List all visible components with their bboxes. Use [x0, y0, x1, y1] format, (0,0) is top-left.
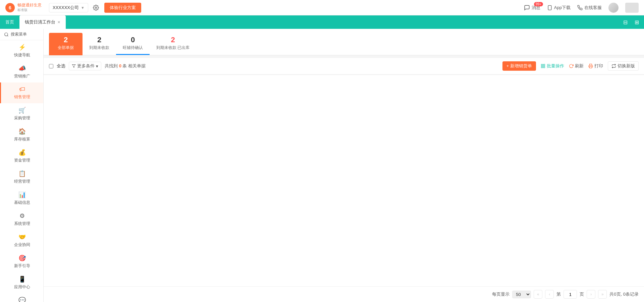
- di-label: 第: [556, 291, 561, 297]
- minimize-button[interactable]: ⊟: [621, 18, 629, 26]
- tab-home[interactable]: 首页: [0, 15, 19, 29]
- sidebar-item-label: 资金管理: [14, 158, 30, 163]
- online-service-button[interactable]: 在线客服: [577, 5, 602, 11]
- company-name: XXXXXX公司: [53, 5, 79, 11]
- avatar-image: [608, 3, 619, 13]
- svg-rect-8: [543, 67, 545, 68]
- sidebar-item-app-center[interactable]: 📱 应用中心: [0, 272, 43, 293]
- stat-overdue-label: 到期未收款: [89, 45, 109, 51]
- found-text: 共找到 0 条 相关单据: [105, 63, 146, 69]
- select-all-label: 全选: [57, 63, 65, 69]
- wechat-icon: 💬: [18, 297, 26, 302]
- total-info: 共0页, 0条记录: [609, 291, 639, 297]
- sidebar-item-label: 应用中心: [14, 284, 30, 290]
- select-all-checkbox[interactable]: [49, 64, 53, 68]
- sidebar-search[interactable]: 搜索菜单: [0, 29, 43, 40]
- maximize-button[interactable]: ⊞: [633, 18, 641, 26]
- tab-close-icon[interactable]: ✕: [57, 20, 60, 24]
- page-label: 页: [580, 291, 584, 297]
- sidebar-item-label: 库存核算: [14, 136, 30, 142]
- sidebar-item-sales[interactable]: 🏷 销售管理: [0, 82, 43, 103]
- stat-tab-overdue-shipped[interactable]: 2 到期未收款 已出库: [150, 33, 196, 55]
- sidebar-item-marketing[interactable]: 📣 营销推广: [0, 61, 43, 82]
- sidebar-item-label: 企业协同: [14, 242, 30, 248]
- filter-button[interactable]: 更多条件 ▾: [69, 62, 101, 70]
- settings-button[interactable]: [91, 3, 101, 13]
- chevron-down-icon: ▼: [81, 6, 85, 10]
- sidebar-item-enterprise[interactable]: 🤝 企业协同: [0, 230, 43, 251]
- avatar[interactable]: [608, 3, 619, 13]
- svg-rect-1: [548, 5, 551, 10]
- company-selector[interactable]: XXXXXX公司 ▼: [49, 3, 88, 12]
- content-area: 2 全部单据 2 到期未收款 0 旺辅待确认 2 到期未收款 已出库 全选: [44, 29, 644, 302]
- guide-icon: 🎯: [18, 254, 26, 262]
- svg-rect-7: [543, 64, 545, 66]
- sidebar-item-label: 经营管理: [14, 179, 30, 184]
- inventory-icon: 🏠: [18, 128, 26, 135]
- stat-tab-wangwang[interactable]: 0 旺辅待确认: [116, 33, 150, 55]
- last-page-button[interactable]: »: [598, 290, 607, 299]
- page-size-label: 每页显示: [492, 291, 509, 297]
- sidebar-item-label: 营销推广: [14, 73, 30, 79]
- stat-wangwang-count: 0: [123, 36, 143, 44]
- table-area: [44, 75, 644, 286]
- stat-wangwang-label: 旺辅待确认: [123, 45, 143, 51]
- sales-icon: 🏷: [19, 86, 25, 93]
- stat-tab-all[interactable]: 2 全部单据: [49, 33, 83, 55]
- tab-bar-actions: ⊟ ⊞: [621, 18, 644, 26]
- filter-label: 更多条件: [77, 63, 95, 69]
- message-button[interactable]: 消息 99+: [524, 5, 540, 11]
- print-button[interactable]: 打印: [588, 63, 603, 69]
- system-icon: ⚙: [19, 212, 25, 220]
- filter-chevron-icon: ▾: [96, 64, 98, 69]
- user-name-area[interactable]: [625, 3, 639, 13]
- message-badge: 99+: [534, 2, 543, 6]
- pagination: 每页显示 50 100 200 « ‹ 第 页 › » 共0页, 0条记录: [44, 286, 644, 302]
- sidebar-item-wechat[interactable]: 💬 企业微信: [0, 293, 43, 302]
- finance-icon: 💰: [18, 149, 26, 156]
- prev-page-button[interactable]: ‹: [545, 290, 554, 299]
- next-page-button[interactable]: ›: [587, 290, 595, 299]
- sidebar-item-guide[interactable]: 🎯 新手引导: [0, 251, 43, 272]
- app-name: 畅捷通好生意: [17, 3, 42, 8]
- app-download-button[interactable]: App下载: [547, 5, 571, 11]
- svg-marker-5: [72, 65, 75, 68]
- refresh-button[interactable]: 刷新: [569, 63, 584, 69]
- toolbar-right: + 新增销货单 批量操作 刷新: [502, 61, 639, 71]
- switch-version-button[interactable]: 切换新版: [608, 61, 639, 71]
- industry-button[interactable]: 体验行业方案: [104, 3, 141, 13]
- sidebar-item-quick-nav[interactable]: ⚡ 快捷导航: [0, 40, 43, 61]
- sidebar-item-basic-info[interactable]: 📊 基础信息: [0, 188, 43, 209]
- toolbar: 全选 更多条件 ▾ 共找到 0 条 相关单据 + 新增销货单: [44, 58, 644, 74]
- header-right: 消息 99+ App下载 在线客服: [524, 3, 639, 13]
- stat-tab-overdue[interactable]: 2 到期未收款: [83, 33, 116, 55]
- sidebar-item-operation[interactable]: 📋 经营管理: [0, 167, 43, 188]
- found-count: 0: [119, 63, 121, 68]
- operation-icon: 📋: [18, 170, 26, 177]
- switch-label: 切换新版: [618, 63, 635, 69]
- add-order-button[interactable]: + 新增销货单: [502, 61, 536, 71]
- sidebar-item-system[interactable]: ⚙ 系统管理: [0, 209, 43, 230]
- stat-overdue-shipped-count: 2: [156, 36, 190, 44]
- enterprise-icon: 🤝: [18, 233, 26, 241]
- stat-all-label: 全部单据: [56, 45, 76, 51]
- stat-overdue-shipped-label: 到期未收款 已出库: [156, 45, 190, 51]
- quick-nav-icon: ⚡: [18, 44, 26, 51]
- batch-operation-button[interactable]: 批量操作: [541, 63, 564, 69]
- sidebar-item-purchase[interactable]: 🛒 采购管理: [0, 103, 43, 124]
- main-layout: 搜索菜单 ⚡ 快捷导航 📣 营销推广 🏷 销售管理 🛒 采购管理 🏠 库存核算 …: [0, 29, 644, 302]
- page-size-select[interactable]: 50 100 200: [512, 291, 531, 298]
- sidebar-item-finance[interactable]: 💰 资金管理: [0, 145, 43, 167]
- sidebar: 搜索菜单 ⚡ 快捷导航 📣 营销推广 🏷 销售管理 🛒 采购管理 🏠 库存核算 …: [0, 29, 44, 302]
- stat-all-count: 2: [56, 36, 76, 44]
- svg-point-3: [5, 33, 8, 36]
- first-page-button[interactable]: «: [534, 290, 542, 299]
- sidebar-item-inventory[interactable]: 🏠 库存核算: [0, 124, 43, 145]
- tab-workbench[interactable]: 钱货日清工作台 ✕: [19, 15, 66, 29]
- page-number-input[interactable]: [564, 290, 577, 299]
- top-header: 6 畅捷通好生意 标准版 XXXXXX公司 ▼ 体验行业方案 消息 99+: [0, 0, 644, 15]
- logo-area: 6 畅捷通好生意 标准版: [5, 3, 49, 13]
- stats-tabs: 2 全部单据 2 到期未收款 0 旺辅待确认 2 到期未收款 已出库: [44, 29, 644, 55]
- sidebar-item-label: 新手引导: [14, 263, 30, 269]
- sidebar-item-label: 销售管理: [14, 94, 30, 100]
